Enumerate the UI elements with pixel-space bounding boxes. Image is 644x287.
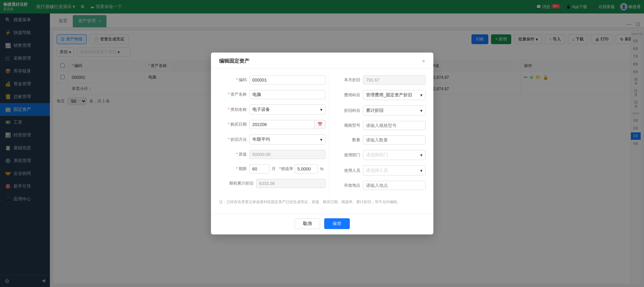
monthly-dep-label: 本月折旧 [333, 77, 363, 83]
modal-close-btn[interactable]: × [422, 58, 425, 64]
code-label: *编码 [222, 77, 249, 83]
form-row-purchase-date: *购买日期 📅 [222, 120, 326, 129]
period-label: *期限 [222, 166, 249, 172]
save-button[interactable]: 保存 [324, 218, 350, 229]
chevron-down-icon: ▾ [420, 93, 423, 98]
edit-asset-modal: 编辑固定资产 × *编码 *资产名称 [211, 53, 433, 234]
quantity-label: 数量 [333, 137, 363, 143]
expense-subject-dropdown[interactable]: 管理费用_固定资产折旧 ▾ [363, 90, 426, 100]
modal-overlay: 编辑固定资产 × *编码 *资产名称 [0, 0, 644, 287]
modal-title: 编辑固定资产 [219, 58, 249, 64]
form-right-col: 本月折旧 费用科目 管理费用_固定资产折旧 ▾ [329, 75, 429, 195]
depreciation-method-label: *折旧方法 [222, 137, 249, 142]
purchase-date-input[interactable] [249, 120, 315, 129]
form-row-category: *类别名称 电子设备 ▾ [222, 104, 326, 115]
chevron-down-icon: ▾ [320, 137, 323, 142]
form-row-quantity: 数量 [333, 135, 426, 145]
period-unit: 月 [272, 166, 276, 172]
location-input[interactable] [363, 181, 426, 190]
form-grid: *编码 *资产名称 *类别名称 [219, 75, 425, 195]
form-row-depreciation-method: *折旧方法 年限平均 ▾ [222, 134, 326, 145]
form-row-name: *资产名称 [222, 90, 326, 99]
department-dropdown[interactable]: 请选择部门 ▾ [363, 150, 426, 160]
name-input[interactable] [249, 90, 326, 99]
form-row-spec: 规格型号 [333, 121, 426, 130]
quantity-input[interactable] [363, 135, 426, 145]
form-row-period: *期限 月 *残值率 % [222, 164, 326, 173]
chevron-down-icon: ▾ [420, 153, 423, 158]
depreciation-method-dropdown[interactable]: 年限平均 ▾ [249, 134, 326, 145]
category-label: *类别名称 [222, 107, 249, 113]
form-row-initial-dep: 期初累计折旧 [222, 179, 326, 188]
dep-subject-dropdown[interactable]: 累计折旧 ▾ [363, 105, 426, 116]
chevron-down-icon: ▾ [420, 108, 423, 113]
expense-subject-label: 费用科目 [333, 92, 363, 98]
chevron-down-icon: ▾ [320, 107, 323, 112]
form-row-monthly-dep: 本月折旧 [333, 75, 426, 85]
initial-dep-input[interactable] [256, 179, 326, 188]
user-label: 使用人员 [333, 168, 363, 173]
form-row-location: 存放地点 [333, 181, 426, 190]
code-input[interactable] [249, 75, 326, 85]
initial-dep-label: 期初累计折旧 [222, 181, 256, 186]
form-row-dep-subject: 折旧科目 累计折旧 ▾ [333, 105, 426, 116]
modal-note: 注：已经存在变更记录或者对应固定资产已经生成凭证，原值、购买日期、残值率、累计折… [219, 197, 425, 207]
residual-rate-input[interactable] [295, 164, 318, 173]
form-left-col: *编码 *资产名称 *类别名称 [219, 75, 329, 195]
cancel-button[interactable]: 取消 [295, 218, 320, 229]
residual-rate-label: *残值率 [278, 166, 295, 172]
location-label: 存放地点 [333, 183, 363, 188]
form-row-department: 使用部门 请选择部门 ▾ [333, 150, 426, 160]
purchase-date-group: 📅 [249, 120, 326, 129]
department-label: 使用部门 [333, 152, 363, 158]
name-label: *资产名称 [222, 92, 249, 97]
user-dropdown[interactable]: 请选择人员 ▾ [363, 165, 426, 176]
original-value-label: *原值 [222, 152, 249, 157]
modal-body: *编码 *资产名称 *类别名称 [211, 69, 433, 214]
purchase-date-label: *购买日期 [222, 122, 249, 127]
period-input[interactable] [249, 164, 270, 173]
spec-label: 规格型号 [333, 123, 363, 128]
form-row-user: 使用人员 请选择人员 ▾ [333, 165, 426, 176]
form-row-original-value: *原值 [222, 150, 326, 159]
chevron-down-icon: ▾ [420, 168, 423, 173]
modal-header: 编辑固定资产 × [211, 53, 433, 69]
original-value-input[interactable] [249, 150, 326, 159]
monthly-dep-input[interactable] [363, 75, 426, 85]
form-row-code: *编码 [222, 75, 326, 85]
calendar-icon[interactable]: 📅 [315, 120, 326, 129]
form-row-expense-subject: 费用科目 管理费用_固定资产折旧 ▾ [333, 90, 426, 100]
category-dropdown[interactable]: 电子设备 ▾ [249, 104, 326, 115]
residual-rate-unit: % [320, 167, 324, 171]
modal-footer: 取消 保存 [211, 214, 433, 234]
spec-input[interactable] [363, 121, 426, 130]
dep-subject-label: 折旧科目 [333, 108, 363, 114]
